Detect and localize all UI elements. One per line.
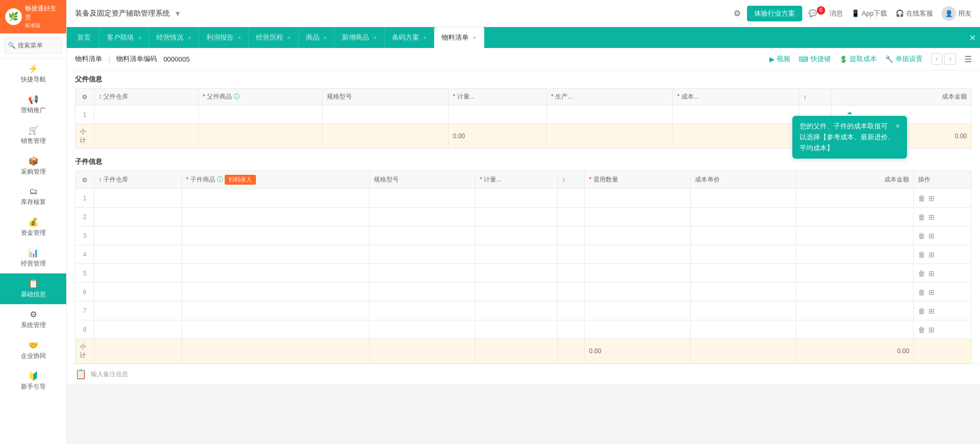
sidebar-item-system[interactable]: ⚙ 系统管理 [0,304,66,335]
tab-barcode[interactable]: 条码方案 × [385,27,434,48]
child-row-8-unit[interactable] [475,320,558,339]
tab-operation-history[interactable]: 经营历程 × [249,27,298,48]
child-row-1-goods[interactable] [181,189,370,208]
child-row-2-goods[interactable] [181,208,370,226]
child-row-2-unit-price[interactable] [691,208,797,226]
online-service-action[interactable]: 🎧 在线客服 [896,9,933,18]
search-menu-button[interactable]: 🔍 搜索菜单 [4,38,62,54]
tab-barcode-close[interactable]: × [423,34,426,41]
child-row-1-warehouse[interactable] [94,189,182,208]
child-row-1-unit[interactable] [475,189,558,208]
tab-profit-report-close[interactable]: × [238,34,241,41]
tab-home[interactable]: 首页 [69,27,100,48]
child-row-6-spec[interactable] [370,283,475,302]
experience-btn[interactable]: 体验行业方案 [747,6,802,21]
child-row-1-delete-icon[interactable]: 🗑 [918,194,925,202]
child-row-7-unit[interactable] [475,302,558,320]
child-row-1-unit-price[interactable] [691,189,797,208]
tab-operation-status[interactable]: 经营情况 × [149,27,199,48]
sidebar-item-finance[interactable]: 💰 资金管理 [0,212,66,243]
child-row-4-quantity[interactable] [585,245,691,264]
tab-goods-close[interactable]: × [324,34,327,41]
child-row-8-goods[interactable] [181,320,370,339]
child-row-5-unit[interactable] [475,264,558,283]
child-row-1-spec[interactable] [370,189,475,208]
child-row-3-copy-icon[interactable]: ⊞ [928,232,935,240]
child-row-4-warehouse[interactable] [94,245,182,264]
child-row-6-unit[interactable] [475,283,558,302]
tab-customer[interactable]: 客户联络 × [100,27,149,48]
child-row-2-spec[interactable] [370,208,475,226]
sidebar-item-basic-info[interactable]: 📋 基础信息 [0,273,66,304]
child-row-3-goods[interactable] [181,226,370,245]
sidebar-item-quick-nav[interactable]: ⚡ 快捷导航 [0,58,66,89]
child-row-5-spec[interactable] [370,264,475,283]
child-row-4-unit[interactable] [475,245,558,264]
settings-gear-icon[interactable]: ⚙ [733,8,741,18]
message-action[interactable]: 💬 6 消息 [808,9,843,18]
tooltip-close-btn[interactable]: × [896,121,900,132]
child-row-3-spec[interactable] [370,226,475,245]
nav-arrow-right[interactable]: › [945,53,956,65]
extract-cost-action[interactable]: 💲 提取成本 [839,54,877,64]
child-row-7-copy-icon[interactable]: ⊞ [928,307,935,315]
sidebar-item-guide[interactable]: 🔰 新手引导 [0,366,66,397]
child-row-4-goods[interactable] [181,245,370,264]
child-row-3-unit[interactable] [475,226,558,245]
list-view-icon[interactable]: ☰ [964,54,972,64]
tab-operation-status-close[interactable]: × [188,34,191,41]
tab-add-goods-close[interactable]: × [373,34,376,41]
child-row-6-delete-icon[interactable]: 🗑 [918,288,925,296]
parent-row-1-goods[interactable] [198,105,322,124]
child-row-7-delete-icon[interactable]: 🗑 [918,307,925,315]
child-row-5-warehouse[interactable] [94,264,182,283]
child-row-8-quantity[interactable] [585,320,691,339]
system-dropdown-arrow[interactable]: ▼ [174,9,181,18]
child-row-1-quantity[interactable] [585,189,691,208]
child-row-3-warehouse[interactable] [94,226,182,245]
child-row-3-delete-icon[interactable]: 🗑 [918,232,925,240]
child-row-5-copy-icon[interactable]: ⊞ [928,269,935,278]
child-row-2-unit[interactable] [475,208,558,226]
scan-input-button[interactable]: 扫码录入 [225,175,256,185]
child-row-5-unit-price[interactable] [691,264,797,283]
tab-bom[interactable]: 物料清单 × [434,27,484,48]
child-row-6-warehouse[interactable] [94,283,182,302]
child-row-4-unit-price[interactable] [691,245,797,264]
child-row-6-goods[interactable] [181,283,370,302]
child-row-8-warehouse[interactable] [94,320,182,339]
child-row-4-copy-icon[interactable]: ⊞ [928,250,935,259]
sidebar-item-sales[interactable]: 🛒 销售管理 [0,120,66,151]
child-row-2-copy-icon[interactable]: ⊞ [928,213,935,221]
sidebar-item-operations[interactable]: 📊 经营管理 [0,243,66,273]
tab-add-goods[interactable]: 新增商品 × [335,27,384,48]
sidebar-item-enterprise[interactable]: 🤝 企业协同 [0,335,66,366]
child-row-4-spec[interactable] [370,245,475,264]
child-row-7-unit-price[interactable] [691,302,797,320]
sidebar-item-purchase[interactable]: 📦 采购管理 [0,151,66,182]
child-row-6-unit-price[interactable] [691,283,797,302]
parent-row-1-unit[interactable] [448,105,546,124]
child-row-7-spec[interactable] [370,302,475,320]
parent-row-1-production[interactable] [546,105,672,124]
user-action[interactable]: 👤 用友 [941,6,972,21]
child-row-4-delete-icon[interactable]: 🗑 [918,250,925,259]
child-row-2-quantity[interactable] [585,208,691,226]
video-action[interactable]: ▶ 视频 [769,54,790,64]
sidebar-item-inventory[interactable]: 🗂 库存核算 [0,182,66,212]
child-row-2-warehouse[interactable] [94,208,182,226]
app-download-action[interactable]: 📱 App下载 [851,9,887,18]
tab-customer-close[interactable]: × [138,34,141,41]
child-row-1-copy-icon[interactable]: ⊞ [928,194,935,202]
close-all-tabs[interactable]: ✕ [969,33,976,43]
child-row-5-quantity[interactable] [585,264,691,283]
child-row-7-warehouse[interactable] [94,302,182,320]
child-row-7-goods[interactable] [181,302,370,320]
sidebar-item-marketing[interactable]: 📢 营销推广 [0,89,66,120]
parent-row-1-cost[interactable] [673,105,799,124]
child-row-8-unit-price[interactable] [691,320,797,339]
tab-goods[interactable]: 商品 × [299,27,335,48]
tab-operation-history-close[interactable]: × [287,34,290,41]
child-row-6-quantity[interactable] [585,283,691,302]
child-row-8-delete-icon[interactable]: 🗑 [918,326,925,334]
